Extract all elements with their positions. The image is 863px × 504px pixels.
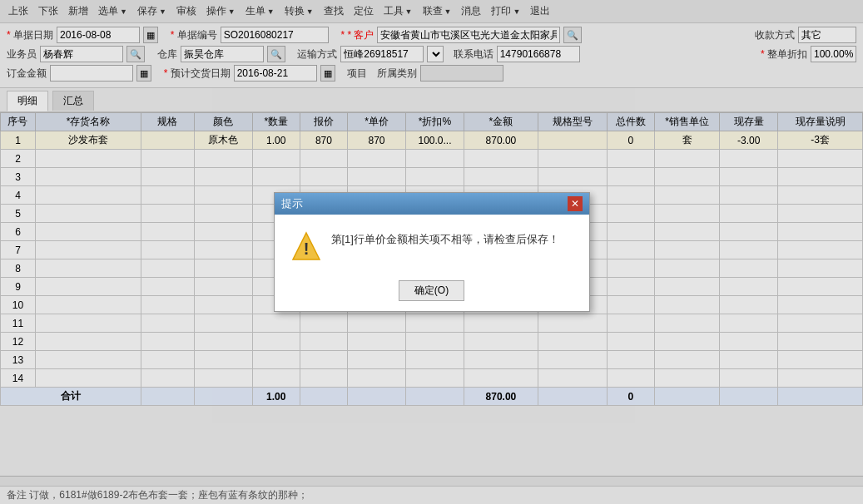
warning-icon: !	[291, 231, 321, 261]
modal-dialog: 提示 ✕ ! 第[1]行单价金额相关项不相等，请检查后保存！ 确定(O)	[274, 192, 590, 312]
modal-body: ! 第[1]行单价金额相关项不相等，请检查后保存！	[275, 215, 589, 274]
modal-ok-btn[interactable]: 确定(O)	[399, 280, 464, 301]
modal-footer: 确定(O)	[275, 274, 589, 311]
modal-title-bar: 提示 ✕	[275, 193, 589, 215]
modal-message: 第[1]行单价金额相关项不相等，请检查后保存！	[331, 231, 559, 248]
svg-text:!: !	[303, 240, 309, 258]
modal-overlay: 提示 ✕ ! 第[1]行单价金额相关项不相等，请检查后保存！ 确定(O)	[0, 0, 863, 504]
modal-title: 提示	[281, 196, 303, 211]
modal-close-btn[interactable]: ✕	[568, 196, 583, 211]
